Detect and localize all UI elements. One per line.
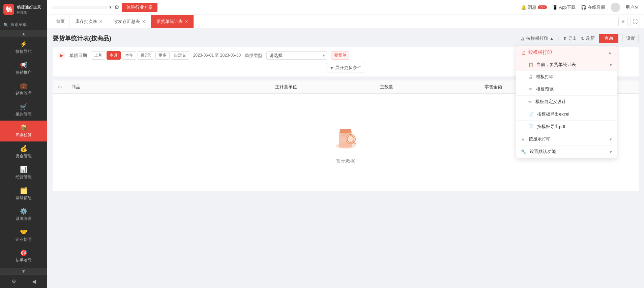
template-preview-icon: 👁 [528,87,533,92]
date-last-7[interactable]: 近7天 [138,51,154,60]
svg-rect-7 [341,135,346,136]
tab-close-batch[interactable]: ✕ [99,19,103,24]
online-service-btn[interactable]: 🎧 在线客服 [581,4,605,10]
header-dropdown[interactable]: ▾ [109,5,112,10]
sidebar-item-system[interactable]: ⚙️系统管理 [0,204,47,225]
svg-rect-2 [340,129,351,133]
date-btn-group: 上月 本月 本年 近7天 更多 自定义 [91,51,189,60]
tab-home[interactable]: 首页 [51,15,70,28]
collapse-icon[interactable]: ◀ [32,278,36,285]
order-type-select[interactable]: 请选择 [266,51,327,60]
tab-close-receipt[interactable]: ✕ [142,19,145,24]
tab-batch-account[interactable]: 库存批次账 ✕ [70,15,108,28]
tab-receipt-summary[interactable]: 收发存汇总表 ✕ [108,15,151,28]
sidebar-scroll-down[interactable]: ▼ [0,268,47,275]
query-btn[interactable]: 查询 [599,34,618,43]
order-num-filter-tag: 要货单 [331,51,349,60]
empty-icon [329,121,362,154]
newguide-icon: 🎯 [20,249,27,257]
print-dropdown-title: 🖨 按模板打印 [521,50,552,56]
print-dropdown: 🖨 按模板打印 ▲ 📋 当前：要货单统计表 ▾ 🖨 模板打印 👁 模板预览 [516,46,617,158]
sidebar-item-inventory[interactable]: 📦库存核算 [0,121,47,141]
print-btn[interactable]: 🖨 按模板打印 ▲ [521,35,554,41]
set-default-chevron: ▾ [610,149,612,154]
date-range-text: 2023-06-01 至 2023-06-30 [193,53,241,58]
svg-line-5 [354,142,356,144]
display-print-icon: 🖨 [521,137,525,142]
print-dropdown-current[interactable]: 📋 当前：要货单统计表 ▾ [516,59,617,71]
tab-close-window-btn[interactable]: ✕ [618,17,628,26]
template-excel-icon: 📄 [528,112,534,117]
date-filter-label: 单据日期 [69,53,87,59]
app-download-btn[interactable]: 📱 App下载 [552,4,576,10]
print-template-pdf[interactable]: 📄 按模板导出pdf [516,121,617,133]
quick-nav-icon: ⚡ [20,40,27,48]
notifications-btn[interactable]: 🔔 消息 99+ [521,4,547,10]
print-template-design[interactable]: ✏ 模板自定义设计 [516,96,617,108]
sidebar-item-sales[interactable]: 💼销售管理 [0,79,47,100]
print-dropdown-header[interactable]: 🖨 按模板打印 ▲ [516,46,617,59]
main-content: ▾ ⚙ 体验行业方案 🔔 消息 99+ 📱 App下载 🎧 在线客服 用户名 [47,0,644,288]
basic-icon: 🗂️ [20,187,27,194]
page-actions: 🖨 按模板打印 ▲ | ⬆ 导出 ↻ 刷新 查询 设置 [521,34,639,43]
sidebar-item-operation[interactable]: 📊经营管理 [0,162,47,183]
set-default-label-wrap: 🔧 设置默认功能 [521,149,556,155]
industry-btn[interactable]: 体验行业方案 [122,3,157,12]
settings-btn[interactable]: 设置 [622,34,639,43]
top-header: ▾ ⚙ 体验行业方案 🔔 消息 99+ 📱 App下载 🎧 在线客服 用户名 [47,0,644,15]
refresh-btn[interactable]: ↻ 刷新 [581,35,595,41]
set-default-icon: 🔧 [521,149,526,154]
sidebar-item-newguide[interactable]: 🎯新手引导 [0,246,47,267]
tab-bar-right: ✕ ⛶ [618,17,640,26]
sidebar-item-enterprise[interactable]: 🤝企业协同 [0,225,47,246]
sales-icon: 💼 [20,82,27,90]
export-btn[interactable]: ⬆ 导出 [563,35,577,41]
sidebar-scroll-up[interactable]: ▲ [0,30,47,37]
enterprise-icon: 🤝 [20,228,27,236]
table-settings-icon[interactable]: ⚙ [58,85,62,90]
bell-icon: 🔔 [521,5,526,10]
date-custom[interactable]: 自定义 [171,51,189,60]
operation-icon: 📊 [20,166,27,173]
print-dropdown-chevron[interactable]: ▲ [608,50,612,55]
header-gear-icon[interactable]: ⚙ [114,4,119,10]
sidebar-search[interactable]: 🔍 搜索菜单 [0,19,47,30]
marketing-icon: 📢 [20,61,27,69]
sidebar-item-quick-nav[interactable]: ⚡快捷导航 [0,37,47,58]
print-set-default[interactable]: 🔧 设置默认功能 ▾ [516,146,617,158]
header-right: 🔔 消息 99+ 📱 App下载 🎧 在线客服 用户名 [521,3,639,12]
date-this-year[interactable]: 本年 [122,51,136,60]
print-display-print[interactable]: 🖨 按显示打印 ▾ [516,133,617,146]
download-icon: 📱 [552,5,558,10]
date-more[interactable]: 更多 [155,51,170,60]
empty-text: 暂无数据 [336,158,355,164]
sidebar-item-marketing[interactable]: 📢营销推广 [0,58,47,79]
svg-rect-6 [341,133,348,134]
print-template-print[interactable]: 🖨 模板打印 [516,71,617,83]
page-content: 要货单统计表(按商品) 🖨 按模板打印 ▲ | ⬆ 导出 ↻ 刷新 查询 [47,28,644,288]
sidebar-item-basic[interactable]: 🗂️基础信息 [0,183,47,204]
tab-order-stats[interactable]: 要货单统计表 ✕ [151,15,194,28]
inventory-icon: 📦 [20,124,27,131]
col-header-qty: 主数量 [377,81,482,93]
finance-icon: 💰 [20,145,27,152]
date-prev-month[interactable]: 上月 [91,51,105,60]
print-template-preview[interactable]: 👁 模板预览 [516,83,617,96]
header-left: ▾ ⚙ 体验行业方案 [53,3,157,12]
filter-expand-icon[interactable]: ▶ [58,52,65,59]
sidebar-item-finance[interactable]: 💰资金管理 [0,141,47,162]
order-type-label: 单据类型 [245,53,262,59]
tab-close-order[interactable]: ✕ [185,19,188,24]
sidebar-item-purchase[interactable]: 🛒采购管理 [0,100,47,121]
user-avatar[interactable] [611,3,620,12]
tab-bar: 首页 库存批次账 ✕ 收发存汇总表 ✕ 要货单统计表 ✕ ✕ ⛶ [47,15,644,28]
header-search-box[interactable] [53,6,107,9]
display-print-chevron: ▾ [610,137,612,142]
page-title: 要货单统计表(按商品) [53,34,111,42]
col-header-unit: 主计量单位 [272,81,377,93]
tab-maximize-btn[interactable]: ⛶ [631,17,640,26]
date-this-month[interactable]: 本月 [107,51,121,60]
print-template-excel[interactable]: 📄 按模板导出excel [516,108,617,121]
settings-icon[interactable]: ⚙ [11,278,16,285]
expand-more-btn[interactable]: ▼ 展开更多条件 [326,63,365,72]
